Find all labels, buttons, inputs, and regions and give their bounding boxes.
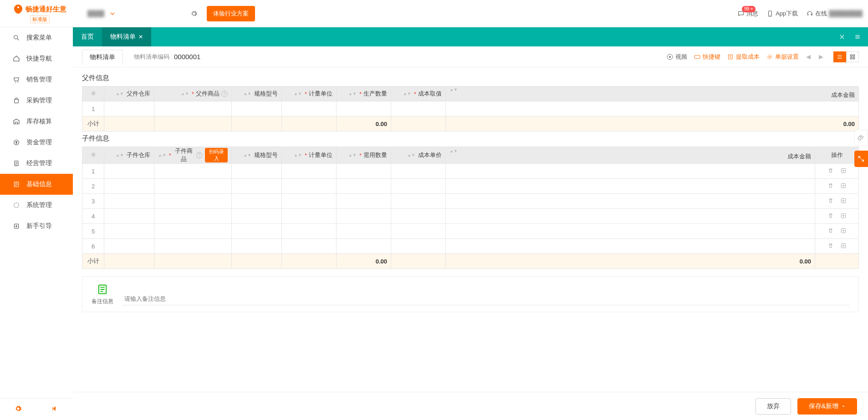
next-record-button[interactable]: ▶	[818, 53, 824, 60]
cell[interactable]	[104, 179, 154, 194]
sidebar-settings-button[interactable]	[15, 405, 22, 414]
attachment-handle[interactable]	[854, 130, 868, 146]
sidebar-item-search[interactable]: 搜索菜单	[0, 27, 73, 48]
cell[interactable]	[337, 224, 391, 239]
grid-config-header[interactable]	[82, 147, 104, 164]
tab-bom[interactable]: 物料清单 ✕	[102, 27, 151, 46]
cell[interactable]	[337, 101, 391, 116]
sidebar-item-quicknav[interactable]: 快捷导航	[0, 48, 73, 69]
cell[interactable]	[232, 101, 282, 116]
col-parent-product[interactable]: ▲▼*父件商品?	[154, 86, 232, 101]
add-row-button[interactable]	[840, 213, 847, 220]
col-child-spec[interactable]: ▲▼规格型号	[232, 147, 282, 164]
col-child-qty[interactable]: ▲▼*需用数量	[337, 147, 391, 164]
content-scroll[interactable]: 父件信息 ▲▼父件仓库 ▲▼*父件商品? ▲▼规格型号 ▲▼*计量单位 ▲▼*生…	[73, 67, 868, 392]
cell[interactable]	[104, 224, 154, 239]
cell[interactable]	[282, 194, 337, 209]
cta-button[interactable]: 体验行业方案	[207, 6, 255, 21]
cell[interactable]	[104, 239, 154, 254]
doc-settings-link[interactable]: 单据设置	[766, 53, 799, 61]
cell[interactable]	[337, 179, 391, 194]
cell[interactable]	[337, 194, 391, 209]
col-child-unit[interactable]: ▲▼*计量单位	[282, 147, 337, 164]
col-child-costamount[interactable]: ▲▼成本金额	[446, 147, 815, 164]
sidebar-collapse-button[interactable]	[51, 405, 58, 414]
cell[interactable]	[337, 209, 391, 224]
extract-cost-link[interactable]: 提取成本	[727, 53, 760, 61]
cell[interactable]	[154, 224, 232, 239]
app-download-button[interactable]: App下载	[766, 10, 798, 18]
cell[interactable]	[446, 224, 815, 239]
cell[interactable]	[232, 239, 282, 254]
grid-config-header[interactable]	[82, 86, 104, 101]
expand-handle[interactable]	[854, 151, 868, 167]
help-icon[interactable]: ?	[221, 91, 228, 97]
cell[interactable]	[232, 164, 282, 179]
messages-button[interactable]: 99 + 消息	[737, 10, 758, 18]
cell[interactable]	[232, 209, 282, 224]
sidebar-item-basedata[interactable]: 基础信息	[0, 174, 73, 195]
cell[interactable]	[104, 101, 154, 116]
child-row[interactable]: 4	[82, 209, 859, 224]
add-row-button[interactable]	[840, 243, 847, 250]
cell[interactable]	[104, 209, 154, 224]
sidebar-item-sales[interactable]: 销售管理	[0, 69, 73, 90]
col-child-unitcost[interactable]: ▲▼成本单价	[391, 147, 446, 164]
video-link[interactable]: 视频	[666, 53, 687, 61]
hotkey-link[interactable]: 快捷键	[694, 53, 720, 61]
card-tab[interactable]: 物料清单	[82, 50, 123, 65]
delete-row-button[interactable]	[827, 182, 834, 190]
sidebar-item-business[interactable]: 经营管理	[0, 153, 73, 174]
cell[interactable]	[391, 194, 446, 209]
cell[interactable]	[104, 164, 154, 179]
cell[interactable]	[232, 179, 282, 194]
cell[interactable]	[337, 239, 391, 254]
cell[interactable]	[282, 209, 337, 224]
cell[interactable]	[154, 209, 232, 224]
cell[interactable]	[391, 209, 446, 224]
cell[interactable]	[282, 224, 337, 239]
cell[interactable]	[232, 194, 282, 209]
cell[interactable]	[337, 164, 391, 179]
child-row[interactable]: 1	[82, 164, 859, 179]
cell[interactable]	[446, 239, 815, 254]
delete-row-button[interactable]	[827, 197, 834, 205]
add-row-button[interactable]	[840, 182, 847, 190]
discard-button[interactable]: 放弃	[756, 398, 791, 415]
parent-row[interactable]: 1	[82, 101, 859, 116]
col-child-product[interactable]: ▲▼*子件商品?扫码录入	[154, 147, 232, 164]
view-card-button[interactable]	[846, 51, 859, 62]
remark-input[interactable]	[123, 290, 849, 305]
cell[interactable]	[104, 194, 154, 209]
col-parent-spec[interactable]: ▲▼规格型号	[232, 86, 282, 101]
sidebar-item-purchase[interactable]: 采购管理	[0, 90, 73, 111]
child-row[interactable]: 5	[82, 224, 859, 239]
cell[interactable]	[154, 101, 232, 116]
delete-row-button[interactable]	[827, 213, 834, 220]
col-parent-costbasis[interactable]: ▲▼*成本取值	[391, 86, 446, 101]
org-selector[interactable]: ████	[87, 10, 188, 17]
cell[interactable]	[282, 164, 337, 179]
cell[interactable]	[282, 101, 337, 116]
scan-input-tag[interactable]: 扫码录入	[205, 148, 228, 162]
cell[interactable]	[446, 209, 815, 224]
child-row[interactable]: 3	[82, 194, 859, 209]
cell[interactable]	[446, 101, 859, 116]
cell[interactable]	[154, 239, 232, 254]
prev-record-button[interactable]: ◀	[805, 53, 812, 60]
add-row-button[interactable]	[840, 228, 847, 235]
sidebar-item-system[interactable]: 系统管理	[0, 195, 73, 216]
cell[interactable]	[391, 224, 446, 239]
delete-row-button[interactable]	[827, 243, 834, 250]
cell[interactable]	[391, 164, 446, 179]
col-child-warehouse[interactable]: ▲▼子件仓库	[104, 147, 154, 164]
col-parent-unit[interactable]: ▲▼*计量单位	[282, 86, 337, 101]
close-icon[interactable]: ✕	[138, 34, 143, 40]
col-parent-warehouse[interactable]: ▲▼父件仓库	[104, 86, 154, 101]
tabstrip-close-button[interactable]	[835, 30, 849, 44]
cell[interactable]	[154, 164, 232, 179]
child-row[interactable]: 2	[82, 179, 859, 194]
tabstrip-more-button[interactable]	[851, 30, 864, 44]
sidebar-item-finance[interactable]: 资金管理	[0, 132, 73, 153]
cell[interactable]	[154, 194, 232, 209]
